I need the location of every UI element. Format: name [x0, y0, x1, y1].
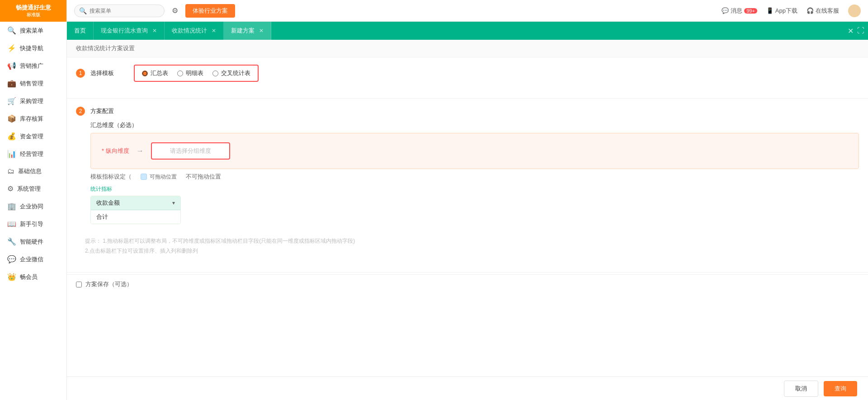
- message-label: 消息: [731, 7, 742, 15]
- sidebar: 畅捷通好生意 标准版 🔍 搜索菜单 ⚡ 快捷导航 📢 营销推广 💼 销售管理 🛒…: [0, 0, 67, 400]
- tab-bank-flow-close[interactable]: ✕: [152, 28, 157, 34]
- sidebar-item-search[interactable]: 🔍 搜索菜单: [0, 22, 66, 39]
- service-btn[interactable]: 🎧 在线客服: [807, 7, 839, 15]
- metrics-table: 收款金额 ▾ 合计: [90, 196, 181, 224]
- top-header: 🔍 ⚙ 体验行业方案 💬 消息 99+ 📱 App下载 🎧 在线客服: [67, 0, 868, 22]
- sidebar-item-marketing[interactable]: 📢 营销推广: [0, 57, 66, 75]
- sidebar-item-wechat[interactable]: 💬 企业微信: [0, 250, 66, 268]
- tab-home-label: 首页: [74, 27, 86, 35]
- page-title: 收款情况统计方案设置: [76, 45, 135, 52]
- col1-row: 合计: [96, 213, 108, 220]
- save-label: 方案保存（可选）: [85, 280, 132, 288]
- sidebar-item-basic-info[interactable]: 🗂 基础信息: [0, 163, 66, 180]
- gear-icon: ⚙: [7, 184, 14, 193]
- tab-new-plan-close[interactable]: ✕: [259, 28, 264, 34]
- sidebar-item-enterprise[interactable]: 🏢 企业协同: [0, 198, 66, 215]
- industry-btn[interactable]: 体验行业方案: [185, 4, 235, 18]
- tips-section: 提示： 1.拖动标题栏可以调整布局，不可跨维度或指标区域拖动栏目字段(只能在同一…: [76, 233, 859, 263]
- draggable-label: 可拖动位置: [150, 173, 177, 181]
- stats-label: 统计指标: [90, 185, 181, 193]
- folder-icon: 🗂: [7, 167, 14, 175]
- dimension-selector[interactable]: 请选择分组维度: [151, 142, 230, 160]
- crown-icon: 👑: [7, 273, 16, 281]
- query-button[interactable]: 查询: [824, 381, 857, 396]
- tab-new-plan[interactable]: 新建方案 ✕: [224, 22, 271, 40]
- sidebar-item-member[interactable]: 👑 畅会员: [0, 268, 66, 286]
- download-btn[interactable]: 📱 App下载: [766, 7, 797, 15]
- chevron-down-icon[interactable]: ▾: [172, 200, 175, 206]
- main-area: 🔍 ⚙ 体验行业方案 💬 消息 99+ 📱 App下载 🎧 在线客服 首页: [67, 0, 868, 400]
- metrics-col-stats: 统计指标 收款金额 ▾ 合计: [90, 185, 181, 226]
- metrics-table-header[interactable]: 收款金额 ▾: [91, 196, 180, 210]
- sidebar-item-sales[interactable]: 💼 销售管理: [0, 75, 66, 92]
- avatar[interactable]: [848, 5, 861, 17]
- search-icon: 🔍: [7, 26, 16, 35]
- radio-cross-label: 交叉统计表: [221, 69, 250, 77]
- sidebar-item-finance[interactable]: 💰 资金管理: [0, 127, 66, 145]
- tab-bar: 首页 现金银行流水查询 ✕ 收款情况统计 ✕ 新建方案 ✕ ✕ ⛶: [67, 22, 868, 40]
- search-icon: 🔍: [79, 7, 87, 14]
- step1-row: 1 选择模板 汇总表 明细表 交叉统计表: [76, 65, 859, 82]
- metrics-label-close: 不可拖动位置: [186, 173, 221, 181]
- tab-bank-flow-label: 现金银行流水查询: [101, 27, 148, 35]
- dimension-row: * 纵向维度 → 请选择分组维度: [102, 142, 848, 160]
- col1-header: 收款金额: [96, 199, 120, 207]
- draggable-dot: [141, 174, 147, 180]
- metrics-table-row: 合计: [91, 210, 180, 224]
- radio-detail-label: 明细表: [186, 69, 203, 77]
- sidebar-item-inventory[interactable]: 📦 库存核算: [0, 110, 66, 127]
- page-title-bar: 收款情况统计方案设置: [67, 40, 868, 57]
- flash-icon: ⚡: [7, 44, 16, 52]
- sidebar-item-guide[interactable]: 📖 新手引导: [0, 215, 66, 233]
- download-icon: 📱: [766, 7, 774, 14]
- radio-cross[interactable]: 交叉统计表: [212, 69, 250, 77]
- sidebar-item-purchase[interactable]: 🛒 采购管理: [0, 92, 66, 110]
- tab-close-icon[interactable]: ✕: [848, 27, 854, 35]
- dimension-row-label: * 纵向维度: [102, 147, 129, 155]
- save-row: 方案保存（可选）: [67, 274, 868, 294]
- wechat-icon: 💬: [7, 255, 16, 264]
- tip-1: 提示： 1.拖动标题栏可以调整布局，不可跨维度或指标区域拖动栏目字段(只能在同一…: [85, 236, 850, 246]
- tab-bar-actions: ✕ ⛶: [848, 27, 868, 35]
- headset-icon: 🎧: [807, 7, 814, 14]
- dimension-area: * 纵向维度 → 请选择分组维度: [90, 133, 859, 169]
- sidebar-item-hardware[interactable]: 🔧 智能硬件: [0, 233, 66, 250]
- book-icon: 📖: [7, 220, 16, 228]
- content-area: 收款情况统计方案设置 1 选择模板 汇总表 明细表: [67, 40, 868, 376]
- radio-detail[interactable]: 明细表: [177, 69, 203, 77]
- save-checkbox[interactable]: [76, 282, 82, 287]
- metrics-label: 模板指标设定（: [90, 173, 132, 181]
- cart-icon: 🛒: [7, 97, 16, 105]
- tab-payment-stats-close[interactable]: ✕: [212, 28, 216, 34]
- hardware-icon: 🔧: [7, 237, 16, 246]
- megaphone-icon: 📢: [7, 61, 16, 70]
- tab-bank-flow[interactable]: 现金银行流水查询 ✕: [94, 22, 165, 40]
- legend-draggable: 可拖动位置: [141, 173, 177, 181]
- search-box[interactable]: 🔍: [74, 5, 165, 17]
- message-badge: 99+: [744, 8, 757, 14]
- tab-new-plan-label: 新建方案: [231, 27, 255, 35]
- step2-label: 方案配置: [90, 107, 114, 115]
- radio-summary[interactable]: 汇总表: [142, 69, 168, 77]
- tab-home[interactable]: 首页: [67, 22, 94, 40]
- step2-section: 2 方案配置 汇总维度（必选） * 纵向维度 → 请选择分组维度: [67, 100, 868, 270]
- building-icon: 🏢: [7, 202, 16, 211]
- sidebar-logo: 畅捷通好生意 标准版: [0, 0, 66, 22]
- footer-bar: 取消 查询: [67, 376, 868, 400]
- settings-icon[interactable]: ⚙: [172, 6, 178, 15]
- cancel-button[interactable]: 取消: [784, 381, 818, 397]
- sidebar-item-operations[interactable]: 📊 经营管理: [0, 145, 66, 163]
- dimension-config: 汇总维度（必选） * 纵向维度 → 请选择分组维度: [76, 121, 859, 169]
- message-btn[interactable]: 💬 消息 99+: [722, 7, 757, 15]
- metrics-legend: 模板指标设定（ 可拖动位置 不可拖动位置: [90, 173, 859, 181]
- step2-badge: 2: [76, 107, 85, 116]
- tab-payment-stats[interactable]: 收款情况统计 ✕: [165, 22, 224, 40]
- sidebar-item-quicknav[interactable]: ⚡ 快捷导航: [0, 39, 66, 57]
- metrics-grid: 统计指标 收款金额 ▾ 合计: [90, 185, 859, 226]
- sidebar-item-system[interactable]: ⚙ 系统管理: [0, 180, 66, 198]
- search-input[interactable]: [90, 8, 160, 14]
- tab-payment-stats-label: 收款情况统计: [172, 27, 207, 35]
- download-label: App下载: [775, 7, 797, 15]
- tab-expand-icon[interactable]: ⛶: [857, 27, 864, 35]
- step2-row: 2 方案配置: [76, 100, 859, 116]
